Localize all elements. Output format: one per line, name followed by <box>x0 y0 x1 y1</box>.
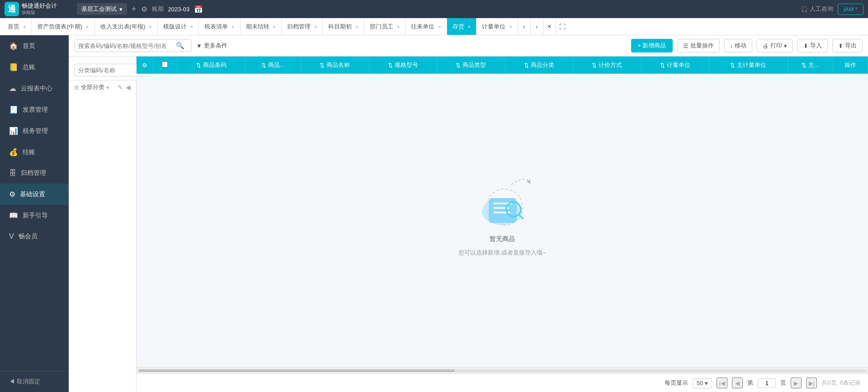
search-box-main[interactable]: 🔍 <box>74 39 192 52</box>
more-conditions-button[interactable]: ▼ 更多条件 <box>196 42 227 50</box>
sidebar-item-guide[interactable]: 📖 新手引导 <box>0 205 69 226</box>
top-bar: 通 畅捷通好会计 旗舰版 基层工会测试 ▾ + ⚙ 账期 2023-03 📅 🎧… <box>0 0 868 18</box>
sidebar-item-settings[interactable]: ⚙ 基础设置 <box>0 184 69 205</box>
workspace-selector[interactable]: 基层工会测试 ▾ <box>77 3 127 15</box>
per-page-select[interactable]: 50 ▾ <box>693 378 712 388</box>
select-all-checkbox[interactable] <box>162 61 168 67</box>
tab-template-close[interactable]: × <box>190 24 193 29</box>
scrollbar-thumb[interactable] <box>138 369 455 372</box>
tab-archive-close[interactable]: × <box>314 24 317 29</box>
import-icon: ⬇ <box>803 43 808 49</box>
tab-period-close-x[interactable]: × <box>273 24 276 29</box>
filter-icon: ▼ <box>196 43 202 49</box>
sidebar-item-tax[interactable]: 📊 税务管理 <box>0 120 69 142</box>
tab-prev-button[interactable]: ‹ <box>518 18 531 35</box>
tab-next-button[interactable]: › <box>531 18 543 35</box>
tab-subject[interactable]: 科目期初 × <box>323 18 364 35</box>
app-logo: 通 <box>5 2 19 16</box>
scrollbar-track[interactable] <box>138 369 866 372</box>
col-checkbox[interactable] <box>153 57 177 74</box>
category-collapse-icon[interactable]: ◀ <box>126 84 131 91</box>
home-icon: 🏠 <box>9 42 18 50</box>
horizontal-scrollbar[interactable] <box>137 367 868 373</box>
tab-income[interactable]: 收入支出表(年报) × <box>95 18 158 35</box>
tab-period-close[interactable]: 期末结转 × <box>241 18 282 35</box>
col-main-code[interactable]: ⇅主... <box>788 57 833 74</box>
sidebar-item-archive[interactable]: 🗄 归档管理 <box>0 163 69 184</box>
sidebar-item-checkout[interactable]: 💰 结账 <box>0 142 69 163</box>
sidebar-item-home-label: 首页 <box>23 42 35 50</box>
col-main-unit[interactable]: ⇅主计量单位 <box>709 57 788 74</box>
sidebar-item-ledger[interactable]: 📒 总账 <box>0 57 69 78</box>
settings-top-icon[interactable]: ⚙ <box>141 5 147 14</box>
col-barcode[interactable]: ⇅商品条码 <box>177 57 245 74</box>
period-label: 账期 <box>152 5 164 13</box>
sidebar-item-member-label: 畅会员 <box>19 232 38 241</box>
col-action: 操作 <box>833 57 868 74</box>
tab-template[interactable]: 模版设计 × <box>158 18 199 35</box>
col-price-method[interactable]: ⇅计价方式 <box>573 57 642 74</box>
category-panel: 🔍 ⊞ 全部分类 ● ✎ ◀ <box>69 57 137 392</box>
col-spec[interactable]: ⇅规格型号 <box>369 57 437 74</box>
sidebar-item-member[interactable]: V 畅会员 <box>0 226 69 247</box>
col-name[interactable]: ⇅商品名称 <box>301 57 369 74</box>
tab-tax[interactable]: 税表清单 × <box>199 18 240 35</box>
tab-income-close[interactable]: × <box>149 24 151 29</box>
category-search-toolbar: 🔍 <box>69 60 136 80</box>
export-button[interactable]: ⬆ 导出 <box>832 39 863 52</box>
move-button[interactable]: ↕ 移动 <box>724 39 753 52</box>
sidebar-item-invoice[interactable]: 🧾 发票管理 <box>0 99 69 120</box>
page-number-input[interactable] <box>758 378 776 388</box>
split-layout: 🔍 ⊞ 全部分类 ● ✎ ◀ <box>69 57 868 392</box>
category-add-icon[interactable]: ✎ <box>118 84 123 91</box>
tab-expand-button[interactable]: ⛶ <box>556 18 569 35</box>
tab-balance-label: 资产负债表(中期) <box>37 23 82 31</box>
category-search-input[interactable] <box>78 67 137 74</box>
tab-unit[interactable]: 计量单位 × <box>476 18 518 35</box>
tab-home-close[interactable]: × <box>23 24 26 29</box>
tab-home[interactable]: 首页 × <box>2 18 32 35</box>
import-button[interactable]: ⬇ 导入 <box>797 39 828 52</box>
help-button[interactable]: 🎧 人工咨询 <box>801 5 833 13</box>
tab-balance[interactable]: 资产负债表(中期) × <box>32 18 94 35</box>
tab-department[interactable]: 部门员工 × <box>364 18 406 35</box>
col-unit[interactable]: ⇅计量单位 <box>641 57 709 74</box>
chevron-down-icon: ▾ <box>119 6 123 13</box>
col-settings[interactable]: ⚙ <box>137 57 153 74</box>
first-page-button[interactable]: |◀ <box>717 378 727 388</box>
sidebar-item-tax-label: 税务管理 <box>23 127 48 135</box>
print-button[interactable]: 🖨 打印 ▾ <box>757 39 793 52</box>
last-page-button[interactable]: ▶| <box>806 378 817 388</box>
sidebar-item-home[interactable]: 🏠 首页 <box>0 35 69 57</box>
sidebar-collapse-button[interactable]: ◀ 取消固定 <box>0 371 69 392</box>
tab-inventory-close[interactable]: × <box>468 24 471 29</box>
next-page-button[interactable]: ▶ <box>791 378 802 388</box>
calendar-icon[interactable]: 📅 <box>194 5 203 14</box>
tab-balance-close[interactable]: × <box>86 24 89 29</box>
account-button[interactable]: iAM * <box>838 4 863 15</box>
col-type[interactable]: ⇅商品类型 <box>437 57 505 74</box>
tab-close-all-button[interactable]: × <box>543 18 556 35</box>
tab-archive[interactable]: 归档管理 × <box>282 18 323 35</box>
tab-unit-close[interactable]: × <box>509 24 512 29</box>
add-product-button[interactable]: + 新增商品 <box>631 39 672 52</box>
sidebar-item-reports[interactable]: ☁ 云报表中心 <box>0 78 69 99</box>
batch-operation-button[interactable]: ☰ 批量操作 <box>677 39 720 52</box>
search-button[interactable]: 🔍 <box>176 42 184 50</box>
tab-tax-close[interactable]: × <box>231 24 234 29</box>
import-label: 导入 <box>810 42 822 50</box>
prev-page-button[interactable]: ◀ <box>732 378 743 388</box>
tab-inventory[interactable]: 存货 × <box>447 18 476 35</box>
tab-partner-close[interactable]: × <box>438 24 441 29</box>
tab-partner[interactable]: 往来单位 × <box>406 18 447 35</box>
col-code[interactable]: ⇅商品... <box>245 57 301 74</box>
col-category[interactable]: ⇅商品分类 <box>505 57 573 74</box>
grid-icon: ⊞ <box>74 84 79 91</box>
guide-icon: 📖 <box>9 211 18 220</box>
tab-department-close[interactable]: × <box>397 24 400 29</box>
add-tab-icon[interactable]: + <box>132 5 137 14</box>
main-search-input[interactable] <box>78 43 173 49</box>
tab-department-label: 部门员工 <box>370 23 393 31</box>
tab-subject-label: 科目期初 <box>328 23 352 31</box>
tab-subject-close[interactable]: × <box>355 24 358 29</box>
